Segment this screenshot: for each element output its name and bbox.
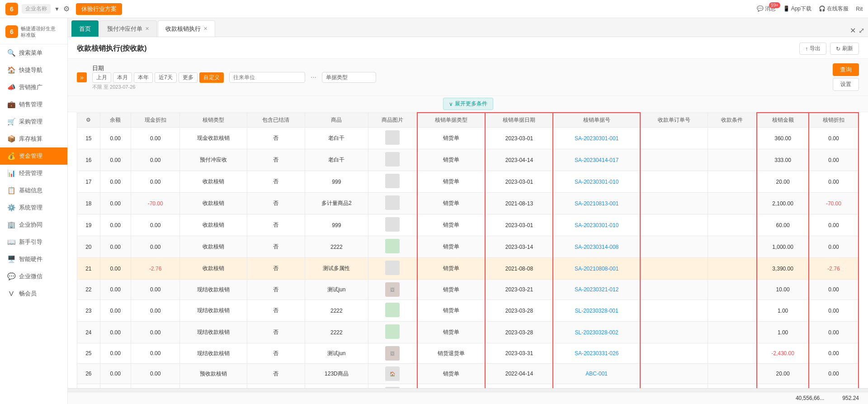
- cell-include-settled: 否: [247, 322, 305, 343]
- filter-setting-button[interactable]: 设置: [833, 78, 859, 91]
- filter-date-lastmonth[interactable]: 上月: [92, 72, 111, 83]
- table-row: 21 0.00 -2.76 收款核销 否 测试多属性 销货单 2021-08-0…: [77, 258, 859, 280]
- tab-receipt-label: 收款核销执行: [165, 25, 201, 33]
- cell-writeoff-bill-no[interactable]: SA-20230331-026: [553, 343, 640, 364]
- cell-writeoff-bill-no[interactable]: SA-20230301-010: [553, 171, 640, 193]
- filter-search-button[interactable]: 查询: [833, 63, 859, 76]
- cell-writeoff-bill-no[interactable]: SA-20230314-008: [553, 236, 640, 258]
- sidebar-item-hardware[interactable]: 🖥️ 智能硬件: [0, 251, 67, 268]
- sidebar-item-wechat[interactable]: 💬 企业微信: [0, 268, 67, 285]
- cell-writeoff-amount: 1.00: [757, 300, 809, 322]
- cell-writeoff-bill-date: 2023-04-14: [485, 149, 553, 171]
- sidebar-label-purchase: 采购管理: [19, 118, 42, 126]
- filter-date-thismonth[interactable]: 本月: [113, 72, 132, 83]
- cell-receipt-condition: [708, 258, 757, 280]
- tab-maximize-button[interactable]: ⤢: [859, 26, 864, 35]
- cell-receipt-condition: [708, 236, 757, 258]
- cell-writeoff-bill-no[interactable]: SL-20230328-001: [553, 300, 640, 322]
- sidebar-item-enterprise[interactable]: 🏢 企业协同: [0, 216, 67, 233]
- cell-writeoff-amount: 20.00: [757, 171, 809, 193]
- cell-writeoff-bill-date: 2022-04-14: [485, 364, 553, 384]
- tab-home[interactable]: 首页: [71, 20, 99, 37]
- tab-receipt[interactable]: 收款核销执行 ✕: [158, 20, 215, 37]
- purchase-icon: 🛒: [7, 118, 15, 126]
- tab-prepay-close[interactable]: ✕: [145, 26, 149, 32]
- cell-writeoff-bill-no[interactable]: SA-20230414-017: [553, 149, 640, 171]
- tab-close-all-button[interactable]: ✕: [850, 26, 856, 35]
- chevron-down-icon: ∨: [449, 101, 453, 107]
- filter-expand-more-button[interactable]: ∨ 展开更多条件: [443, 98, 493, 110]
- cell-writeoff-type: 现结收款核销: [180, 384, 247, 389]
- filter-dots: ···: [311, 73, 316, 81]
- cell-include-settled: 否: [247, 364, 305, 384]
- cell-receipt-order-no: [640, 384, 708, 389]
- cell-writeoff-bill-type: 销货单: [417, 364, 485, 384]
- cell-id: 19: [77, 214, 100, 236]
- cell-balance: 0.00: [100, 343, 131, 364]
- table-wrapper[interactable]: ⚙ 余额 现金折扣 核销类型 包含已结清 商品 商品图片 核销单据类型 核销单据…: [68, 112, 868, 388]
- sidebar-item-basicinfo[interactable]: 📋 基础信息: [0, 182, 67, 199]
- guide-icon: 📖: [7, 238, 15, 246]
- filter-date-label: 日期: [92, 65, 104, 71]
- cell-writeoff-bill-date: 2023-03-01: [485, 171, 553, 193]
- cell-writeoff-bill-no[interactable]: SA-20230321-012: [553, 280, 640, 300]
- cell-balance: 0.00: [100, 193, 131, 214]
- cell-writeoff-bill-no[interactable]: SA-20210808-001: [553, 258, 640, 280]
- sidebar-item-inventory[interactable]: 📦 库存核算: [0, 130, 67, 147]
- online-service-link[interactable]: 🎧 在线客服: [819, 5, 849, 13]
- export-button[interactable]: ↑ 导出: [799, 43, 826, 55]
- cell-receipt-order-no: [640, 236, 708, 258]
- tab-receipt-close[interactable]: ✕: [203, 26, 208, 32]
- tab-prepay[interactable]: 预付冲应付单 ✕: [99, 20, 157, 37]
- horizontal-scrollbar[interactable]: [68, 388, 868, 392]
- data-table: ⚙ 余额 现金折扣 核销类型 包含已结清 商品 商品图片 核销单据类型 核销单据…: [77, 112, 859, 388]
- filter-bill-type-select[interactable]: 单据类型: [322, 72, 376, 83]
- cell-include-settled: 否: [247, 343, 305, 364]
- sidebar-item-sales[interactable]: 💼 销售管理: [0, 96, 67, 113]
- sidebar-item-system[interactable]: ⚙️ 系统管理: [0, 199, 67, 216]
- cell-include-settled: 否: [247, 280, 305, 300]
- sidebar-label-system: 系统管理: [19, 204, 42, 212]
- filter-date-7days[interactable]: 近7天: [155, 72, 177, 83]
- sidebar-item-purchase[interactable]: 🛒 采购管理: [0, 113, 67, 130]
- cell-writeoff-bill-no[interactable]: SA-20230301-001: [553, 128, 640, 149]
- cell-goods-img: [368, 128, 417, 149]
- cell-writeoff-bill-type: 销货单: [417, 128, 485, 149]
- cell-writeoff-discount: 0.00: [809, 322, 859, 343]
- filter-from-unit-input[interactable]: [229, 72, 305, 83]
- app-download-link[interactable]: 📱 App下载: [783, 5, 811, 13]
- filter-date-thisyear[interactable]: 本年: [134, 72, 153, 83]
- cell-cash-discount: 0.00: [131, 149, 179, 171]
- cell-goods-img: [368, 300, 417, 322]
- cell-writeoff-bill-no[interactable]: SA-20230301-010: [553, 214, 640, 236]
- sidebar-item-finance[interactable]: 💰 资金管理: [0, 147, 67, 165]
- sidebar-item-marketing[interactable]: 📣 营销推广: [0, 79, 67, 96]
- col-header-settings[interactable]: ⚙: [77, 113, 100, 128]
- cell-goods: 2222: [305, 300, 368, 322]
- cell-writeoff-discount: 0.00: [809, 343, 859, 364]
- sidebar-item-member[interactable]: V 畅会员: [0, 285, 67, 302]
- filter-expand-button[interactable]: »: [77, 72, 87, 82]
- sidebar-item-business[interactable]: 📊 经营管理: [0, 165, 67, 182]
- cell-receipt-condition: [708, 300, 757, 322]
- sidebar-label-business: 经营管理: [19, 169, 42, 177]
- sidebar-item-search[interactable]: 🔍 搜索菜单: [0, 44, 67, 62]
- wechat-icon: 💬: [7, 272, 15, 280]
- sidebar-item-quicknav[interactable]: 🏠 快捷导航: [0, 62, 67, 79]
- table-row: 15 0.00 0.00 现金收款核销 否 老白干 销货单 2023-03-01…: [77, 128, 859, 149]
- cell-writeoff-bill-no[interactable]: ABC-001: [553, 364, 640, 384]
- solution-button[interactable]: 休验行业方案: [76, 3, 122, 15]
- filter-date-custom[interactable]: 自定义: [199, 72, 224, 83]
- cell-writeoff-bill-no[interactable]: SL-20230408-001: [553, 384, 640, 389]
- cell-writeoff-bill-no[interactable]: SA-20210813-001: [553, 193, 640, 214]
- cell-include-settled: 否: [247, 193, 305, 214]
- refresh-button[interactable]: ↻ 刷新: [830, 43, 859, 55]
- table-row: 24 0.00 0.00 现结收款核销 否 2222 销货单 2023-03-2…: [77, 322, 859, 343]
- dropdown-arrow[interactable]: ▼: [54, 6, 60, 12]
- filter-date-more[interactable]: 更多: [179, 72, 198, 83]
- col-header-goods: 商品: [305, 113, 368, 128]
- cell-writeoff-bill-no[interactable]: SL-20230328-002: [553, 322, 640, 343]
- sidebar-item-guide[interactable]: 📖 新手引导: [0, 233, 67, 251]
- message-icon[interactable]: 💬 消息 99+: [757, 5, 776, 13]
- settings-icon[interactable]: ⚙: [63, 5, 72, 14]
